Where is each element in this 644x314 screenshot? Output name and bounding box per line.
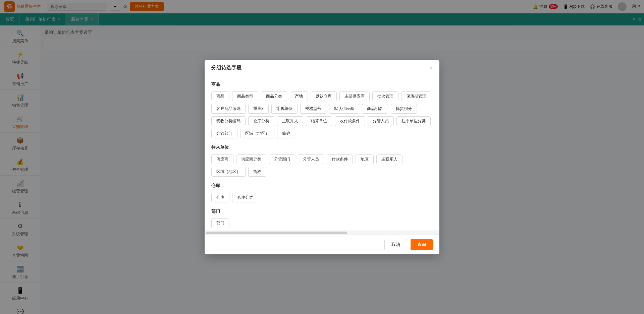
modal-header: 分组待选字段 × <box>205 60 439 76</box>
field-tag[interactable]: 拣货积分 <box>391 104 417 114</box>
field-tag[interactable]: 简称 <box>248 167 266 177</box>
section-department: 部门 部门 <box>211 208 433 228</box>
field-tag[interactable]: 商品类型 <box>232 91 258 101</box>
modal-body: 商品 商品商品类型商品分类产地默认仓库主要供应商批次管理保质期管理客户商品编码重… <box>205 76 439 231</box>
product-field-tags: 商品商品类型商品分类产地默认仓库主要供应商批次管理保质期管理客户商品编码重量3零… <box>211 91 433 138</box>
field-tag[interactable]: 往来单位分类 <box>396 116 431 126</box>
field-tag[interactable]: 重量3 <box>248 104 269 114</box>
modal-footer: 取消 查询 <box>205 235 439 254</box>
field-tag[interactable]: 付款条件 <box>327 154 353 164</box>
field-tag[interactable]: 主联系人 <box>277 116 303 126</box>
field-tag[interactable]: 默认供应商 <box>329 104 359 114</box>
field-tag[interactable]: 税收分类编码 <box>211 116 246 126</box>
field-tag[interactable]: 仓库分类 <box>248 116 274 126</box>
field-tag[interactable]: 商品分类 <box>261 91 287 101</box>
field-tag[interactable]: 默认仓库 <box>311 91 337 101</box>
field-tag[interactable]: 零售单位 <box>271 104 298 114</box>
field-tag[interactable]: 批次管理 <box>372 91 398 101</box>
warehouse-field-tags: 仓库仓库分类 <box>211 193 433 202</box>
modal-horizontal-scrollbar[interactable] <box>205 231 439 235</box>
section-warehouse-title: 仓库 <box>211 183 433 189</box>
modal-dialog: 分组待选字段 × 商品 商品商品类型商品分类产地默认仓库主要供应商批次管理保质期… <box>205 60 439 254</box>
cancel-button[interactable]: 取消 <box>384 239 407 250</box>
section-product: 商品 商品商品类型商品分类产地默认仓库主要供应商批次管理保质期管理客户商品编码重… <box>211 81 433 138</box>
field-tag[interactable]: 保质期管理 <box>401 91 431 101</box>
field-tag[interactable]: 地区 <box>356 154 374 164</box>
field-tag[interactable]: 结算单位 <box>306 116 332 126</box>
confirm-button[interactable]: 查询 <box>411 239 433 250</box>
field-tag[interactable]: 规格型号 <box>300 104 326 114</box>
field-tag[interactable]: 仓库 <box>211 193 229 202</box>
field-tag[interactable]: 客户商品编码 <box>211 104 246 114</box>
section-product-title: 商品 <box>211 81 433 88</box>
field-tag[interactable]: 供应商分类 <box>236 154 266 164</box>
section-department-title: 部门 <box>211 208 433 215</box>
field-tag[interactable]: 商品 <box>211 91 229 101</box>
field-tag[interactable]: 产地 <box>290 91 308 101</box>
section-partner-title: 往来单位 <box>211 144 433 151</box>
field-tag[interactable]: 区域（地区） <box>211 167 246 177</box>
department-field-tags: 部门 <box>211 218 433 228</box>
field-tag[interactable]: 区域（地区） <box>240 129 274 138</box>
field-tag[interactable]: 分管部门 <box>211 129 237 138</box>
field-tag[interactable]: 主要供应商 <box>339 91 370 101</box>
field-tag[interactable]: 分管人员 <box>368 116 394 126</box>
field-tag[interactable]: 供应商 <box>211 154 233 164</box>
field-tag[interactable]: 分管部门 <box>269 154 295 164</box>
field-tag[interactable]: 收付款条件 <box>335 116 365 126</box>
modal-overlay: 分组待选字段 × 商品 商品商品类型商品分类产地默认仓库主要供应商批次管理保质期… <box>0 0 644 314</box>
field-tag[interactable]: 仓库分类 <box>232 193 258 202</box>
field-tag[interactable]: 分管人员 <box>298 154 324 164</box>
partner-field-tags: 供应商供应商分类分管部门分管人员付款条件地区主联系人区域（地区）简称 <box>211 154 433 177</box>
field-tag[interactable]: 主联系人 <box>376 154 402 164</box>
modal-title: 分组待选字段 <box>211 65 241 71</box>
section-warehouse: 仓库 仓库仓库分类 <box>211 183 433 202</box>
field-tag[interactable]: 部门 <box>211 218 229 228</box>
field-tag[interactable]: 简称 <box>277 129 295 138</box>
section-partner: 往来单位 供应商供应商分类分管部门分管人员付款条件地区主联系人区域（地区）简称 <box>211 144 433 177</box>
field-tag[interactable]: 商品别名 <box>362 104 388 114</box>
modal-close-button[interactable]: × <box>429 65 433 71</box>
modal-scrollbar-thumb[interactable] <box>206 232 347 234</box>
